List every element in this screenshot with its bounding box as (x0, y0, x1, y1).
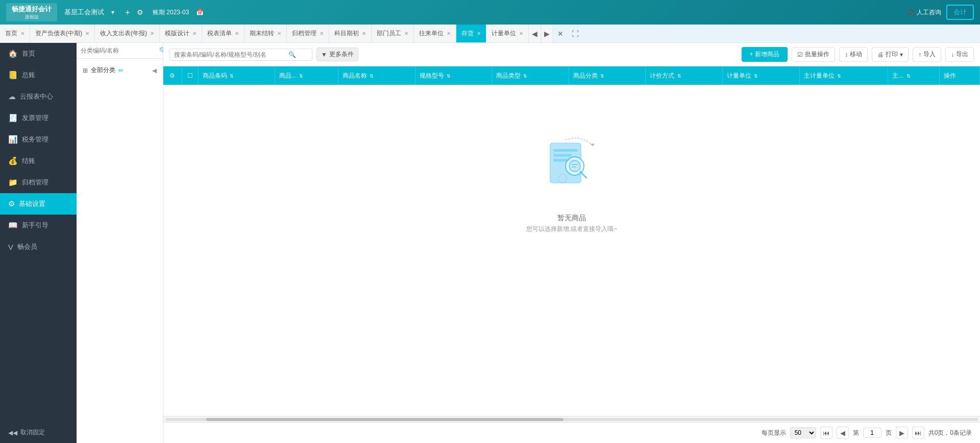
th-price-method[interactable]: 计价方式 ⇅ (646, 66, 723, 85)
svg-line-6 (580, 172, 586, 178)
tab-contacts[interactable]: 往来单位 ✕ (414, 25, 456, 43)
category-all-item[interactable]: ⊞ 全部分类 ✏ ◀ (81, 63, 159, 78)
tab-contacts-close[interactable]: ✕ (447, 31, 451, 36)
sidebar-item-cloud[interactable]: ☁ 云报表中心 (0, 86, 77, 107)
unpin-button[interactable]: ◀◀ 取消固定 (0, 422, 77, 443)
tab-template-close[interactable]: ✕ (192, 31, 197, 36)
category-all-label: 全部分类 (91, 66, 115, 75)
tab-dept-close[interactable]: ✕ (404, 31, 408, 36)
sidebar-item-closing[interactable]: 💰 结账 (0, 150, 77, 172)
sidebar-item-archive[interactable]: 📁 归档管理 (0, 172, 77, 193)
tab-contacts-label: 往来单位 (419, 29, 444, 38)
per-page-select[interactable]: 50 100 200 (790, 427, 816, 438)
import-button[interactable]: ↑ 导入 (913, 47, 941, 62)
consult-button[interactable]: 🎧 人工咨询 (907, 8, 941, 17)
cloud-icon: ☁ (8, 92, 16, 101)
collapse-icon[interactable]: ◀ (152, 67, 157, 74)
sidebar-item-ledger[interactable]: 📒 总账 (0, 64, 77, 86)
toolbar: 🔍 ▼ 更多条件 + 新增商品 ☑ 批量操作 ↕ 移动 (163, 43, 980, 66)
category-search: 🔍 (77, 43, 163, 59)
tab-income[interactable]: 收入支出表(年报) ✕ (95, 25, 160, 43)
tab-home-close[interactable]: ✕ (20, 31, 24, 36)
product-search-input[interactable] (174, 51, 286, 58)
tab-tax[interactable]: 税表清单 ✕ (202, 25, 244, 43)
tab-balance-close[interactable]: ✕ (85, 31, 89, 36)
tab-subject[interactable]: 科目期初 ✕ (329, 25, 372, 43)
product-search-icon[interactable]: 🔍 (288, 51, 296, 58)
account-button[interactable]: 会计 (946, 5, 974, 20)
scrollbar-thumb[interactable] (206, 418, 564, 421)
tab-balance[interactable]: 资产负债表(中期) ✕ (30, 25, 95, 43)
tab-subject-close[interactable]: ✕ (362, 31, 366, 36)
tab-unit[interactable]: 计量单位 ✕ (486, 25, 529, 43)
move-button[interactable]: ↕ 移动 (839, 47, 868, 62)
tab-dept[interactable]: 部门员工 ✕ (372, 25, 414, 43)
th-spec[interactable]: 规格型号 ⇅ (415, 66, 492, 85)
tab-archive[interactable]: 归档管理 ✕ (287, 25, 329, 43)
logo-sub: 旗舰版 (25, 14, 39, 20)
th-name[interactable]: 商品名称 ⇅ (338, 66, 415, 85)
tab-archive-close[interactable]: ✕ (320, 31, 324, 36)
print-button[interactable]: 🖨 打印 ▾ (872, 47, 909, 62)
tab-inventory[interactable]: 存货 ✕ (456, 25, 486, 43)
page-number-input[interactable] (863, 428, 881, 438)
batch-operations-button[interactable]: ☑ 批量操作 (792, 47, 835, 62)
headset-icon: 🎧 (907, 9, 915, 16)
add-tab-button[interactable]: ＋ (124, 7, 132, 18)
th-main-unit[interactable]: 主计量单位 ⇅ (799, 66, 888, 85)
sidebar-item-basic[interactable]: ⚙ 基础设置 (0, 193, 77, 215)
add-product-button[interactable]: + 新增商品 (742, 47, 788, 62)
th-type[interactable]: 商品类型 ⇅ (492, 66, 569, 85)
sidebar-item-member[interactable]: V 畅会员 (0, 236, 77, 258)
th-code[interactable]: 商品... ⇅ (275, 66, 338, 85)
sidebar-item-invoice[interactable]: 🧾 发票管理 (0, 107, 77, 129)
th-main-abbr[interactable]: 主... ⇅ (888, 66, 940, 85)
th-barcode[interactable]: 商品条码 ⇅ (198, 66, 275, 85)
tab-template-label: 模版设计 (165, 29, 189, 38)
expand-button[interactable]: ⛶ (568, 25, 583, 43)
tab-template[interactable]: 模版设计 ✕ (160, 25, 202, 43)
tab-period-end-close[interactable]: ✕ (277, 31, 281, 36)
tab-unit-close[interactable]: ✕ (519, 31, 523, 36)
scrollbar-track[interactable] (165, 418, 978, 421)
inner-layout: 🔍 ⊞ 全部分类 ✏ ◀ 🔍 (77, 43, 980, 443)
sidebar-item-guide[interactable]: 📖 新手引导 (0, 215, 77, 236)
tab-period-end[interactable]: 期末结转 ✕ (244, 25, 287, 43)
ledger-icon: 📒 (8, 71, 18, 80)
sidebar-item-cloud-label: 云报表中心 (20, 92, 53, 101)
sidebar-item-tax-label: 税务管理 (22, 135, 48, 144)
th-settings[interactable]: ⚙ (163, 66, 182, 85)
svg-point-5 (569, 160, 580, 172)
calendar-icon[interactable]: 📅 (196, 9, 204, 16)
svg-rect-2 (553, 154, 572, 157)
edit-category-icon[interactable]: ✏ (118, 67, 124, 74)
th-category[interactable]: 商品分类 ⇅ (569, 66, 646, 85)
sidebar-item-tax[interactable]: 📊 税务管理 (0, 129, 77, 150)
tab-prev-button[interactable]: ◀ (529, 25, 541, 43)
tab-next-button[interactable]: ▶ (541, 25, 553, 43)
tab-home[interactable]: 首页 ✕ (0, 25, 30, 43)
first-page-button[interactable]: ⏮ (820, 427, 832, 439)
last-page-button[interactable]: ⏭ (912, 427, 924, 439)
horizontal-scrollbar[interactable] (163, 416, 980, 422)
tab-inventory-close[interactable]: ✕ (477, 31, 481, 36)
export-icon: ↓ (951, 51, 954, 58)
logo-title: 畅捷通好会计 (12, 5, 52, 14)
sidebar-item-home[interactable]: 🏠 首页 (0, 43, 77, 64)
guide-icon: 📖 (8, 221, 18, 230)
th-checkbox[interactable]: ☐ (182, 66, 198, 85)
tab-dept-label: 部门员工 (377, 29, 401, 38)
sidebar-item-ledger-label: 总账 (22, 71, 35, 80)
more-filter-button[interactable]: ▼ 更多条件 (316, 48, 358, 61)
sidebar-item-invoice-label: 发票管理 (22, 113, 48, 123)
next-page-button[interactable]: ▶ (896, 427, 908, 439)
tab-income-close[interactable]: ✕ (150, 31, 154, 36)
close-all-tabs-button[interactable]: ✕ (553, 25, 568, 43)
export-button[interactable]: ↓ 导出 (945, 47, 974, 62)
settings-icon[interactable]: ⚙ (137, 8, 143, 16)
tab-tax-close[interactable]: ✕ (235, 31, 239, 36)
th-unit[interactable]: 计量单位 ⇅ (723, 66, 800, 85)
company-dropdown-icon[interactable]: ▾ (111, 9, 114, 16)
prev-page-button[interactable]: ◀ (837, 427, 849, 439)
category-search-input[interactable] (81, 47, 157, 54)
